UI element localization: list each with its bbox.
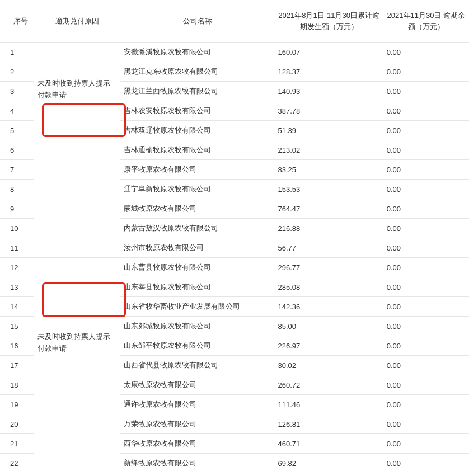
cell-seq: 2 bbox=[0, 62, 34, 82]
header-amt2: 2021年11月30日 逾期余额（万元） bbox=[383, 0, 469, 43]
cell-amt1: 260.72 bbox=[275, 375, 383, 395]
cell-amt2: 0.00 bbox=[383, 180, 469, 199]
cell-company: 山东曹县牧原农牧有限公司 bbox=[120, 258, 275, 277]
cell-seq: 6 bbox=[0, 140, 34, 160]
cell-amt2: 0.00 bbox=[383, 219, 469, 238]
cell-seq: 8 bbox=[0, 180, 34, 199]
cell-company: 山西省代县牧原农牧有限公司 bbox=[120, 356, 275, 375]
cell-seq: 12 bbox=[0, 258, 34, 277]
cell-amt2: 0.00 bbox=[383, 62, 469, 82]
cell-amt1: 160.07 bbox=[275, 43, 383, 62]
header-company: 公司名称 bbox=[120, 0, 275, 43]
cell-amt1: 153.53 bbox=[275, 180, 383, 199]
cell-seq: 16 bbox=[0, 336, 34, 356]
cell-amt2: 0.00 bbox=[383, 454, 469, 473]
cell-amt2: 0.00 bbox=[383, 277, 469, 297]
cell-amt1: 66.35 bbox=[275, 473, 383, 477]
cell-seq: 20 bbox=[0, 414, 34, 434]
cell-amt2: 0.00 bbox=[383, 238, 469, 258]
cell-seq: 14 bbox=[0, 297, 34, 317]
table-row: 12未及时收到持票人提示付款申请山东曹县牧原农牧有限公司296.770.00 bbox=[0, 258, 469, 277]
cell-seq: 18 bbox=[0, 375, 34, 395]
cell-seq: 9 bbox=[0, 199, 34, 219]
cell-seq: 4 bbox=[0, 101, 34, 121]
cell-amt1: 56.77 bbox=[275, 238, 383, 258]
cell-company: 蒙城牧原农牧有限公司 bbox=[120, 199, 275, 219]
cell-seq: 1 bbox=[0, 43, 34, 62]
table-header-row: 序号 逾期兑付原因 公司名称 2021年8月1日-11月30日累计逾期发生额（万… bbox=[0, 0, 469, 43]
cell-company: 西华牧原农牧有限公司 bbox=[120, 434, 275, 454]
cell-amt1: 83.25 bbox=[275, 160, 383, 180]
cell-reason-group2: 未及时收到持票人提示付款申请 bbox=[34, 258, 120, 473]
cell-seq: 11 bbox=[0, 238, 34, 258]
cell-amt2: 0.00 bbox=[383, 199, 469, 219]
table-row: 23持票人清算方式不符合银行要求新河牧原农牧有限公司66.350.00 bbox=[0, 473, 469, 477]
cell-seq: 15 bbox=[0, 317, 34, 336]
cell-company: 通许牧原农牧有限公司 bbox=[120, 395, 275, 414]
cell-seq: 13 bbox=[0, 277, 34, 297]
cell-reason-row23: 持票人清算方式不符合银行要求 bbox=[34, 473, 120, 477]
cell-seq: 10 bbox=[0, 219, 34, 238]
cell-seq: 3 bbox=[0, 82, 34, 101]
cell-amt1: 30.02 bbox=[275, 356, 383, 375]
cell-company: 山东省牧华畜牧业产业发展有限公司 bbox=[120, 297, 275, 317]
cell-amt1: 51.39 bbox=[275, 121, 383, 140]
cell-amt1: 142.36 bbox=[275, 297, 383, 317]
cell-reason-group1: 未及时收到持票人提示付款申请 bbox=[34, 43, 120, 258]
cell-company: 黑龙江克东牧原农牧有限公司 bbox=[120, 62, 275, 82]
cell-seq: 23 bbox=[0, 473, 34, 477]
cell-amt1: 226.97 bbox=[275, 336, 383, 356]
cell-amt2: 0.00 bbox=[383, 82, 469, 101]
cell-amt1: 126.81 bbox=[275, 414, 383, 434]
cell-seq: 21 bbox=[0, 434, 34, 454]
cell-amt2: 0.00 bbox=[383, 356, 469, 375]
cell-amt2: 0.00 bbox=[383, 473, 469, 477]
cell-amt2: 0.00 bbox=[383, 414, 469, 434]
cell-amt2: 0.00 bbox=[383, 101, 469, 121]
cell-seq: 17 bbox=[0, 356, 34, 375]
cell-amt1: 69.82 bbox=[275, 454, 383, 473]
cell-amt2: 0.00 bbox=[383, 121, 469, 140]
header-amt1: 2021年8月1日-11月30日累计逾期发生额（万元） bbox=[275, 0, 383, 43]
cell-seq: 19 bbox=[0, 395, 34, 414]
cell-company: 太康牧原农牧有限公司 bbox=[120, 375, 275, 395]
cell-company: 万荣牧原农牧有限公司 bbox=[120, 414, 275, 434]
cell-amt1: 387.78 bbox=[275, 101, 383, 121]
cell-company: 山东郯城牧原农牧有限公司 bbox=[120, 317, 275, 336]
cell-amt2: 0.00 bbox=[383, 434, 469, 454]
cell-amt2: 0.00 bbox=[383, 258, 469, 277]
cell-seq: 5 bbox=[0, 121, 34, 140]
cell-company: 康平牧原农牧有限公司 bbox=[120, 160, 275, 180]
cell-company: 新河牧原农牧有限公司 bbox=[120, 473, 275, 477]
cell-company: 辽宁阜新牧原农牧有限公司 bbox=[120, 180, 275, 199]
cell-company: 山东莘县牧原农牧有限公司 bbox=[120, 277, 275, 297]
cell-amt2: 0.00 bbox=[383, 395, 469, 414]
overdue-table: 序号 逾期兑付原因 公司名称 2021年8月1日-11月30日累计逾期发生额（万… bbox=[0, 0, 469, 476]
cell-amt2: 0.00 bbox=[383, 336, 469, 356]
cell-company: 吉林双辽牧原农牧有限公司 bbox=[120, 121, 275, 140]
cell-amt1: 460.71 bbox=[275, 434, 383, 454]
cell-amt1: 285.08 bbox=[275, 277, 383, 297]
cell-amt2: 0.00 bbox=[383, 317, 469, 336]
cell-company: 吉林通榆牧原农牧有限公司 bbox=[120, 140, 275, 160]
cell-company: 内蒙古敖汉牧原农牧有限公司 bbox=[120, 219, 275, 238]
cell-company: 黑龙江兰西牧原农牧有限公司 bbox=[120, 82, 275, 101]
cell-amt1: 85.00 bbox=[275, 317, 383, 336]
table-row: 1未及时收到持票人提示付款申请安徽濉溪牧原农牧有限公司160.070.00 bbox=[0, 43, 469, 62]
cell-amt1: 216.88 bbox=[275, 219, 383, 238]
cell-amt2: 0.00 bbox=[383, 43, 469, 62]
cell-company: 安徽濉溪牧原农牧有限公司 bbox=[120, 43, 275, 62]
cell-amt2: 0.00 bbox=[383, 297, 469, 317]
cell-amt1: 128.37 bbox=[275, 62, 383, 82]
cell-amt1: 140.93 bbox=[275, 82, 383, 101]
cell-company: 吉林农安牧原农牧有限公司 bbox=[120, 101, 275, 121]
header-reason: 逾期兑付原因 bbox=[34, 0, 120, 43]
cell-seq: 22 bbox=[0, 454, 34, 473]
cell-amt2: 0.00 bbox=[383, 140, 469, 160]
cell-company: 山东邹平牧原农牧有限公司 bbox=[120, 336, 275, 356]
cell-company: 新绛牧原农牧有限公司 bbox=[120, 454, 275, 473]
cell-amt2: 0.00 bbox=[383, 375, 469, 395]
cell-amt2: 0.00 bbox=[383, 160, 469, 180]
cell-amt1: 213.02 bbox=[275, 140, 383, 160]
cell-amt1: 764.47 bbox=[275, 199, 383, 219]
